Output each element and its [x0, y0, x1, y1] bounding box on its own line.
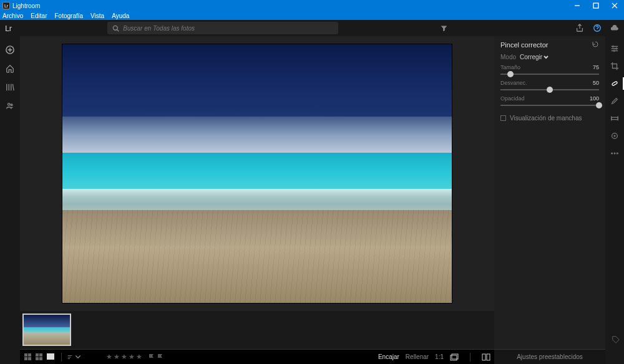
single-view-button[interactable] [46, 353, 56, 362]
zoom-fit-button[interactable]: Encajar [378, 353, 399, 360]
sort-icon [67, 354, 73, 360]
compare-button[interactable] [482, 353, 490, 361]
menu-fotografia[interactable]: Fotografía [54, 12, 83, 19]
star-icon[interactable]: ★ [121, 353, 127, 361]
linear-gradient-icon [610, 114, 619, 123]
edit-sliders-button[interactable] [610, 44, 620, 54]
flag-reject-button[interactable] [157, 353, 163, 361]
radial-gradient-button[interactable] [610, 131, 620, 141]
menu-bar: Archivo Editar Fotografía Vista Ayuda [0, 11, 624, 20]
crop-icon [610, 62, 619, 70]
visualize-spots-checkbox[interactable]: Visualización de manchas [500, 115, 599, 122]
menu-ayuda[interactable]: Ayuda [112, 12, 129, 19]
star-icon[interactable]: ★ [106, 353, 112, 361]
svg-point-12 [612, 133, 618, 139]
tag-button[interactable] [612, 335, 620, 347]
thumbnail[interactable] [22, 314, 71, 346]
svg-rect-0 [593, 3, 598, 8]
grid-large-button[interactable] [35, 353, 45, 362]
help-button[interactable] [593, 24, 602, 32]
window-title: Lightroom [12, 2, 40, 9]
home-button[interactable] [5, 64, 15, 74]
window-maximize-button[interactable] [587, 0, 605, 11]
svg-rect-9 [487, 354, 490, 360]
menu-archivo[interactable]: Archivo [2, 12, 23, 19]
menu-vista[interactable]: Vista [90, 12, 104, 19]
funnel-icon [441, 25, 447, 32]
filter-button[interactable] [437, 22, 451, 34]
more-button[interactable] [610, 148, 620, 158]
home-icon [6, 64, 14, 73]
bandage-icon [610, 79, 619, 88]
library-button[interactable] [5, 82, 15, 92]
svg-rect-11 [612, 117, 618, 120]
svg-point-13 [614, 135, 615, 136]
sort-button[interactable] [67, 354, 81, 360]
star-rating[interactable]: ★ ★ ★ ★ ★ [106, 353, 142, 361]
flag-pick-button[interactable] [149, 353, 155, 361]
photo-stack-icon [450, 353, 459, 361]
star-icon[interactable]: ★ [129, 353, 135, 361]
star-icon[interactable]: ★ [136, 353, 142, 361]
books-icon [6, 83, 14, 92]
split-view-icon [482, 353, 490, 361]
svg-point-1 [114, 26, 118, 30]
cloud-sync-button[interactable] [610, 24, 619, 32]
filmstrip [20, 311, 494, 349]
cloud-icon [610, 24, 619, 32]
healing-brush-button[interactable] [610, 79, 620, 89]
slider-label: Desvanec. [500, 80, 527, 86]
grid-small-button[interactable] [24, 353, 34, 362]
chevron-down-icon [544, 55, 548, 60]
share-button[interactable] [575, 24, 584, 32]
svg-rect-8 [482, 354, 485, 360]
opacity-slider[interactable] [500, 105, 599, 106]
slider-value: 100 [590, 95, 599, 102]
panel-title: Pincel corrector [500, 41, 548, 49]
chevron-down-icon [75, 354, 81, 360]
ellipsis-icon [610, 149, 619, 158]
flag-icon [149, 353, 155, 360]
sliders-icon [610, 44, 619, 53]
bottom-toolbar: ★ ★ ★ ★ ★ Encajar Rellenar 1:1 [20, 349, 494, 364]
star-icon[interactable]: ★ [114, 353, 120, 361]
healing-brush-panel: Pincel corrector Modo Corregir Tamaño75 … [494, 36, 605, 364]
app-logo[interactable]: Lr [5, 24, 12, 33]
photo [62, 44, 452, 303]
add-photo-button[interactable] [5, 45, 15, 55]
people-button[interactable] [5, 101, 15, 111]
search-input[interactable]: Buscar en Todas las fotos [107, 22, 338, 34]
flag-icon [157, 353, 163, 360]
checkbox-icon [500, 115, 506, 121]
people-icon [6, 102, 14, 110]
linear-gradient-button[interactable] [610, 113, 620, 123]
svg-point-16 [617, 153, 618, 154]
svg-rect-10 [612, 81, 617, 85]
zoom-fill-button[interactable]: Rellenar [406, 353, 429, 360]
right-rail [605, 36, 624, 364]
slider-label: Tamaño [500, 64, 520, 70]
reset-button[interactable] [590, 41, 599, 49]
crop-button[interactable] [610, 61, 620, 71]
app-topbar: Lr Buscar en Todas las fotos [0, 20, 624, 36]
window-minimize-button[interactable] [568, 0, 587, 11]
window-titlebar: Lr Lightroom [0, 0, 624, 11]
help-icon [593, 24, 602, 32]
svg-point-4 [8, 103, 11, 106]
presets-button[interactable]: Ajustes preestablecidos [494, 349, 605, 364]
show-original-button[interactable] [450, 353, 459, 361]
brush-button[interactable] [610, 96, 620, 106]
zoom-1to1-button[interactable]: 1:1 [435, 353, 444, 360]
feather-slider[interactable] [500, 89, 599, 90]
slider-value: 75 [593, 64, 599, 70]
photo-canvas[interactable] [20, 36, 494, 311]
mode-dropdown[interactable]: Corregir [520, 54, 548, 60]
svg-point-14 [612, 153, 613, 154]
menu-editar[interactable]: Editar [31, 12, 47, 19]
size-slider[interactable] [500, 74, 599, 75]
reset-icon [590, 41, 599, 47]
search-placeholder: Buscar en Todas las fotos [123, 25, 195, 32]
window-close-button[interactable] [605, 0, 624, 11]
svg-point-5 [11, 104, 12, 106]
app-icon: Lr [2, 2, 10, 9]
